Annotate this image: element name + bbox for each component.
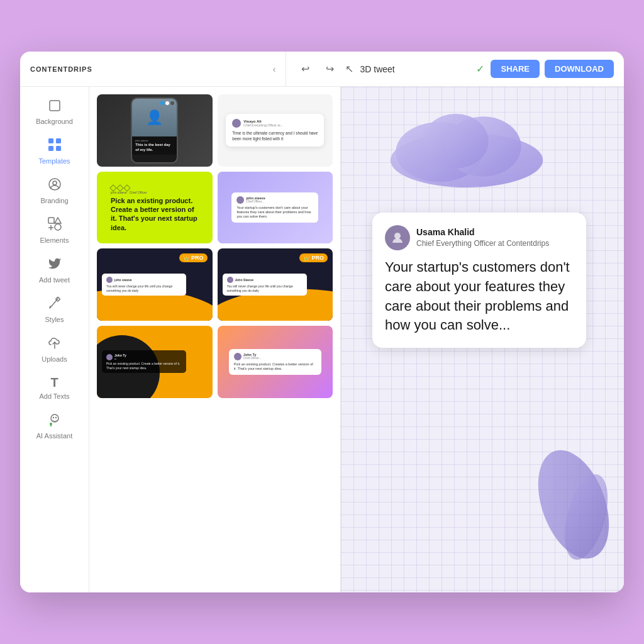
sidebar-item-styles[interactable]: Styles — [27, 291, 82, 328]
sidebar-label-background: Background — [36, 118, 73, 125]
sidebar-item-elements[interactable]: Elements — [27, 212, 82, 249]
svg-rect-4 — [56, 146, 61, 151]
left-panel-header: CONTENTDRIPS ‹ — [20, 52, 286, 86]
app-window: CONTENTDRIPS ‹ ↩ ↪ ↖ ✓ SHARE DOWNLOAD — [20, 52, 624, 592]
sidebar-label-branding: Branding — [40, 197, 68, 204]
ai-assistant-icon — [48, 413, 62, 430]
template-card-phone[interactable]: 👤 john steeve This is the best day of my… — [97, 94, 213, 167]
svg-rect-1 — [48, 138, 53, 143]
download-button[interactable]: DOWNLOAD — [545, 60, 614, 78]
template-card-yellow-linkedin[interactable]: John Ty in Pick an existing product. Cre… — [97, 326, 213, 398]
header-actions: SHARE DOWNLOAD — [491, 60, 614, 78]
svg-rect-2 — [56, 138, 61, 143]
template-card-white-tweet[interactable]: Visayo Ali Chief Everything Officer at..… — [218, 94, 333, 167]
tweet-author-role: Chief Everything Officer at Contentdrips — [416, 239, 549, 248]
elements-icon — [48, 217, 62, 234]
svg-rect-3 — [48, 146, 53, 151]
svg-point-15 — [51, 414, 58, 422]
tweet-author-info: Usama Khalid Chief Everything Officer at… — [416, 227, 549, 248]
sidebar-item-uploads[interactable]: Uploads — [27, 331, 82, 368]
styles-icon — [48, 296, 62, 313]
templates-panel: 👤 john steeve This is the best day of my… — [89, 87, 341, 592]
add-tweet-icon — [48, 257, 62, 274]
cursor-tool-icon[interactable]: ↖ — [345, 63, 353, 75]
sidebar-label-styles: Styles — [45, 316, 64, 323]
sidebar-label-ai-assistant: AI Assistant — [36, 432, 72, 440]
sidebar-label-add-texts: Add Texts — [39, 392, 69, 400]
canvas-area: Usama Khalid Chief Everything Officer at… — [341, 87, 624, 592]
redo-button[interactable]: ↪ — [321, 60, 339, 77]
template-grid: 👤 john steeve This is the best day of my… — [97, 94, 333, 398]
app-logo: CONTENTDRIPS — [30, 65, 92, 73]
sidebar-label-templates: Templates — [38, 157, 70, 165]
tweet-card: Usama Khalid Chief Everything Officer at… — [372, 213, 586, 348]
tweet-avatar — [385, 225, 410, 250]
svg-rect-7 — [48, 218, 54, 223]
top-bar: CONTENTDRIPS ‹ ↩ ↪ ↖ ✓ SHARE DOWNLOAD — [20, 52, 624, 87]
sidebar-label-elements: Elements — [40, 236, 69, 244]
share-button[interactable]: SHARE — [491, 60, 540, 78]
doc-title-input[interactable] — [360, 64, 470, 74]
tweet-author-name: Usama Khalid — [416, 227, 549, 237]
tweet-content: Your startup's customers don't care abou… — [385, 258, 574, 335]
sidebar: Background Templates — [20, 87, 89, 592]
background-icon — [48, 99, 61, 115]
svg-point-16 — [52, 417, 53, 418]
sidebar-item-branding[interactable]: Branding — [27, 172, 82, 209]
svg-point-23 — [423, 114, 489, 169]
confirm-icon: ✓ — [476, 63, 484, 75]
undo-button[interactable]: ↩ — [296, 60, 314, 77]
svg-point-24 — [394, 233, 401, 239]
tweet-author: Usama Khalid Chief Everything Officer at… — [385, 225, 574, 250]
svg-point-6 — [53, 181, 57, 185]
branding-icon — [48, 177, 62, 194]
right-panel-header: ↩ ↪ ↖ ✓ SHARE DOWNLOAD — [286, 60, 624, 78]
svg-point-9 — [55, 224, 61, 230]
sidebar-label-add-tweet: Add tweet — [39, 276, 70, 284]
sidebar-item-ai-assistant[interactable]: AI Assistant — [27, 408, 82, 445]
collapse-button[interactable]: ‹ — [273, 64, 276, 74]
templates-icon — [48, 138, 62, 155]
main-content: Background Templates — [20, 87, 624, 592]
uploads-icon — [48, 336, 62, 353]
template-card-purple[interactable]: 🎧 john steeve Chief Officer... Your star… — [218, 172, 333, 244]
cloud-decoration — [379, 106, 555, 187]
svg-point-19 — [50, 423, 52, 425]
scissors-decoration — [511, 441, 624, 567]
template-card-dark-pro-1[interactable]: 👑PRO john steeve You will never change y… — [97, 248, 213, 321]
sidebar-item-add-tweet[interactable]: Add tweet — [27, 252, 82, 289]
template-card-dark-pro-2[interactable]: 👑PRO John Steeve You will never change y… — [218, 248, 333, 321]
svg-marker-8 — [55, 218, 61, 223]
template-card-green[interactable]: john steeve · Chief Officer Pick an exis… — [97, 172, 213, 244]
svg-point-17 — [55, 417, 56, 418]
template-card-pink-gradient[interactable]: John Ty Chief Officer... Pick an existin… — [218, 326, 333, 398]
sidebar-item-background[interactable]: Background — [27, 94, 82, 130]
add-texts-icon: T — [50, 375, 58, 390]
svg-rect-0 — [50, 101, 60, 111]
sidebar-item-templates[interactable]: Templates — [27, 133, 82, 170]
sidebar-label-uploads: Uploads — [42, 355, 67, 363]
sidebar-item-add-texts[interactable]: T Add Texts — [27, 370, 82, 405]
